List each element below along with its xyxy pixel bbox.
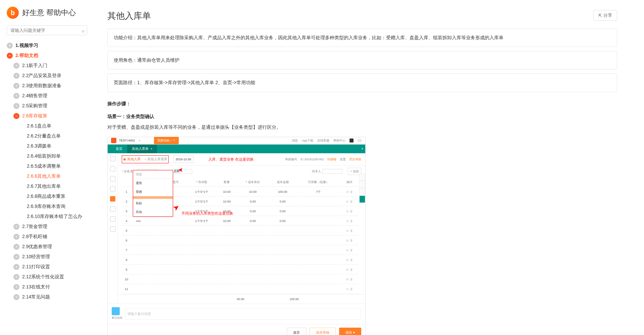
nav-label: 2.10经营管理 <box>22 254 50 260</box>
article-body: 操作步骤： 场景一：业务类型确认 对于受赠、盘盈或是拆装入库等不同的业务，是通过… <box>107 99 617 335</box>
nav-2-6-2[interactable]: 2.6.2分量盘点单 <box>7 131 87 141</box>
scene1-text: 对于受赠、盘盈或是拆装入库等不同的业务，是通过单据头【业务类型】进行区分。 <box>107 122 617 132</box>
ss-meta: 单据编号 IC-20191226-001 快捷键 设置 历史单据 <box>285 156 361 162</box>
nav-2-13[interactable]: +2.13在线支付 <box>7 282 87 292</box>
nav-2-4[interactable]: +2.4销售管理 <box>7 91 87 101</box>
nav-icon <box>110 226 115 232</box>
ss-totals: 40.00 100.00 <box>118 294 365 303</box>
nav-2-9[interactable]: +2.9优惠券管理 <box>7 242 87 252</box>
ss-redbox-radios: ◉ 其他入库 ○ 其他入库退库 <box>122 155 169 163</box>
ss-annotation1: 入库、退货业务 在这里切换 <box>208 156 254 163</box>
nav-2-7[interactable]: +2.7资金管理 <box>7 222 87 232</box>
nav-2-8[interactable]: +2.8手机旺铺 <box>7 232 87 242</box>
nav-icon <box>110 166 115 171</box>
nav-label: 2.14常见问题 <box>22 294 50 300</box>
role-box: 使用角色：通常由仓管人员维护 <box>107 51 617 69</box>
ss-tool: 历史单据 <box>349 156 361 162</box>
nav-2-14[interactable]: +2.14常见问题 <box>7 292 87 302</box>
nav-icon <box>110 206 115 212</box>
logo-icon: b <box>7 7 19 19</box>
nav-2-6-8[interactable]: 2.6.8商品成本重算 <box>7 191 87 202</box>
nav-2-6-1[interactable]: 2.6.1盘点单 <box>7 121 87 131</box>
dd-item: 通用 <box>133 179 173 187</box>
nav-label: 2.12系统个性化设置 <box>22 274 64 280</box>
title-row: 其他入库单 ⇱ 分享 <box>107 10 617 22</box>
nav-label: 2.6.7其他出库单 <box>27 183 61 189</box>
nav-2-10[interactable]: +2.10经营管理 <box>7 252 87 262</box>
nav-label: 2.2产品安装及登录 <box>22 73 61 79</box>
nav-label: 2.5采购管理 <box>22 103 47 109</box>
remark-input: 请输入备注信息 <box>125 308 361 320</box>
table-row: 11⊕ 🗑 <box>122 285 359 294</box>
path-label: 页面路径： <box>114 80 137 85</box>
tab-label: 其他入库单 <box>132 146 149 152</box>
th: * 成本单价 <box>237 178 268 187</box>
nav-label: 2.1新手入门 <box>22 63 47 69</box>
ss-tab-current: 其他入库单× <box>127 145 157 153</box>
clerk-field: 经手人 <box>312 168 342 174</box>
minus-icon: − <box>13 113 19 119</box>
total2: 100.00 <box>281 296 308 302</box>
nav-2-6-3[interactable]: 2.6.3调拨单 <box>7 141 87 151</box>
ss-renew-button: 我要续购～？ <box>154 137 179 144</box>
share-icon: ⇱ <box>598 13 602 18</box>
plus-icon: + <box>13 234 19 240</box>
ss-annotation2: 不同业务的入库类型在这里切换 <box>181 210 233 217</box>
ss-logo-icon <box>111 138 116 143</box>
plus-icon: + <box>13 264 19 270</box>
intro-label: 功能介绍： <box>114 35 137 40</box>
nav-2-6-9[interactable]: 2.6.9库存账本查询 <box>7 202 87 212</box>
plus-icon: + <box>13 103 19 109</box>
nav-label: 2.6.6其他入库单 <box>27 173 61 179</box>
avatar-icon <box>350 138 354 143</box>
ss-link: 帮助中心 <box>333 137 345 144</box>
ss-link: 在线客服 <box>317 137 329 144</box>
table-row: 6⊕ 🗑 <box>122 236 359 245</box>
ss-tabs: 首页 其他入库单× × <box>108 145 365 153</box>
search-input[interactable] <box>7 25 87 35</box>
main-content: 其他入库单 ⇱ 分享 功能介绍：其他入库单用来处理除采购入库、产成品入库之外的其… <box>94 0 631 335</box>
plus-icon: + <box>13 224 19 230</box>
nav-label: 2.9优惠券管理 <box>22 244 52 250</box>
nav-label: 2.6.5成本调整单 <box>27 163 61 169</box>
nav-label: 2.6.10库存账本错了怎么办 <box>27 214 82 220</box>
table-row: 10⊕ 🗑 <box>122 275 359 284</box>
nav-2-6-5[interactable]: 2.6.5成本调整单 <box>7 161 87 171</box>
nav-2-6-7[interactable]: 2.6.7其他出库单 <box>7 181 87 191</box>
nav-2-3[interactable]: +2.3使用前数据准备 <box>7 81 87 91</box>
nav-2-5[interactable]: +2.5采购管理 <box>7 101 87 111</box>
intro-text: 其他入库单用来处理除采购入库、产成品入库之外的其他入库业务，因此其他入库单可处理… <box>137 35 503 40</box>
nav-2-11[interactable]: +2.11打印设置 <box>7 262 87 272</box>
nav-2-6-6[interactable]: 2.6.6其他入库单 <box>7 171 87 181</box>
share-button[interactable]: ⇱ 分享 <box>593 10 617 21</box>
arrow-icon: ➤ <box>178 164 183 176</box>
nav-label: 2.6.8商品成本重算 <box>27 193 65 200</box>
doc-no: IC-20191226-001 <box>301 156 324 162</box>
scene1-title: 场景一：业务类型确认 <box>107 112 617 121</box>
search-icon[interactable]: ⌕ <box>82 28 85 33</box>
nav-2-1[interactable]: +2.1新手入门 <box>7 61 87 71</box>
remark-icon <box>112 307 120 315</box>
sidebar: b 好生意 帮助中心 ⌕ +1.视频学习 −2.帮助文档 +2.1新手入门 +2… <box>0 0 94 335</box>
nav-video[interactable]: +1.视频学习 <box>7 41 87 51</box>
nav-2-2[interactable]: +2.2产品安装及登录 <box>7 71 87 81</box>
ss-footer: 放弃 保存草稿 保存 ▾ <box>108 324 365 335</box>
plus-icon: + <box>13 284 19 290</box>
nav-docs[interactable]: −2.帮助文档 <box>7 51 87 61</box>
nav-label: 2.6.1盘点单 <box>27 123 51 129</box>
ss-topbar: TEST-H002 ▾ 我要续购～？ 消息 App下载 在线客服 帮助中心 CC <box>108 137 365 145</box>
radio-in: ◉ 其他入库 <box>123 157 141 161</box>
nav-2-12[interactable]: +2.12系统个性化设置 <box>7 272 87 282</box>
nav-label: 2.帮助文档 <box>15 53 38 59</box>
path-text: 1、库存核算->库存管理->其他入库单 2、首页->常用功能 <box>137 80 255 85</box>
intro-box: 功能介绍：其他入库单用来处理除采购入库、产成品入库之外的其他入库业务，因此其他入… <box>107 29 617 47</box>
nav-2-6[interactable]: −2.6库存核算 <box>7 111 87 121</box>
nav-2-6-4[interactable]: 2.6.4组装拆卸单 <box>7 151 87 161</box>
nav-label: 2.6.3调拨单 <box>27 143 51 149</box>
plus-icon: + <box>13 93 19 99</box>
nav-2-6-10[interactable]: 2.6.10库存账本错了怎么办 <box>7 212 87 222</box>
clerk-input <box>322 169 342 174</box>
th: 操作 <box>340 178 359 187</box>
plus-icon: + <box>13 274 19 280</box>
ss-remark: 备注信息 请输入备注信息 <box>108 303 365 324</box>
